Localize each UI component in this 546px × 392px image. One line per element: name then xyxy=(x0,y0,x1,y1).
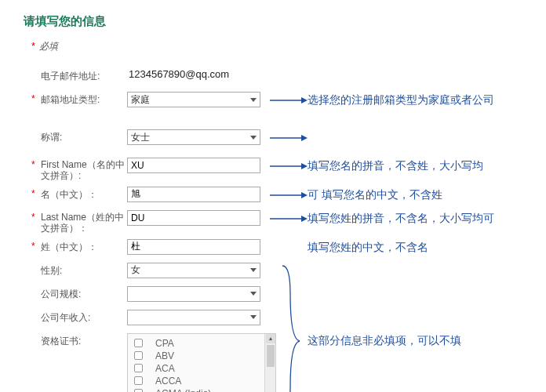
svg-marker-3 xyxy=(301,135,308,141)
row-email: 电子邮件地址: 1234567890@qq.com xyxy=(31,68,522,87)
select-salutation-value: 女士 xyxy=(131,131,150,144)
row-email-type: * 邮箱地址类型: 家庭 选择您的注册邮箱类型为家庭或者公司 xyxy=(31,92,522,125)
cert-listbox[interactable]: CPAABVACAACCAACMA (India)CACAE ▴ ▾ xyxy=(127,333,276,392)
arrow-annotation-icon xyxy=(268,187,308,201)
required-legend-row: * 必填 xyxy=(31,40,522,59)
required-legend-text: 必填 xyxy=(39,40,58,53)
annotation-last-name-pinyin: 填写您姓的拼音，不含名，大小写均可 xyxy=(308,210,522,227)
label-gender: 性别: xyxy=(41,264,127,278)
email-value: 1234567890@qq.com xyxy=(127,68,229,80)
annotation-first-name-pinyin: 填写您名的拼音，不含姓，大小写均 xyxy=(308,158,522,174)
star-icon: * xyxy=(31,188,41,199)
cert-option[interactable]: ABV xyxy=(134,350,261,362)
select-gender[interactable]: 女 xyxy=(127,263,260,278)
select-email-type-value: 家庭 xyxy=(131,93,150,107)
row-first-name-pinyin: * First Name（名的中文拼音）: 填写您名的拼音，不含姓，大小写均 xyxy=(31,158,522,182)
arrow-annotation-icon xyxy=(268,210,308,224)
select-salutation[interactable]: 女士 xyxy=(127,129,260,145)
curly-brace-icon xyxy=(276,263,308,392)
scroll-thumb[interactable] xyxy=(267,345,275,367)
label-company-income: 公司年收入: xyxy=(41,311,127,325)
arrow-annotation-icon xyxy=(268,92,308,106)
row-last-name-cn: * 姓（中文）： 填写您姓的中文，不含名 xyxy=(31,239,522,258)
input-first-name-cn[interactable] xyxy=(127,187,260,202)
cert-option[interactable]: CPA xyxy=(134,337,261,350)
label-first-name-pinyin: First Name（名的中文拼音）: xyxy=(41,159,127,182)
label-last-name-cn: 姓（中文）： xyxy=(41,241,127,254)
row-gender: 性别: 女 xyxy=(31,263,276,281)
cert-option[interactable]: ACA xyxy=(134,362,261,375)
checkbox-icon[interactable] xyxy=(134,389,143,392)
row-salutation: 称谓: 女士 xyxy=(31,129,522,153)
checkbox-icon[interactable] xyxy=(134,351,143,360)
svg-marker-5 xyxy=(301,163,308,169)
page-title: 请填写您的信息 xyxy=(24,14,522,29)
cert-option-label: ACA xyxy=(155,363,175,374)
label-salutation: 称谓: xyxy=(41,131,127,144)
select-company-size[interactable] xyxy=(127,286,260,302)
input-last-name-cn[interactable] xyxy=(127,239,260,255)
svg-marker-9 xyxy=(301,216,308,222)
annotation-email-type: 选择您的注册邮箱类型为家庭或者公司 xyxy=(308,92,522,108)
checkbox-icon[interactable] xyxy=(134,339,143,347)
annotation-optional: 这部分信息非必填项，可以不填 xyxy=(308,332,461,349)
vertical-scrollbar[interactable]: ▴ ▾ xyxy=(264,334,275,392)
chevron-down-icon xyxy=(250,98,257,102)
star-icon: * xyxy=(31,159,41,170)
input-first-name-pinyin[interactable] xyxy=(127,158,260,173)
row-last-name-pinyin: * Last Name（姓的中文拼音）： 填写您姓的拼音，不含名，大小写均可 xyxy=(31,210,522,234)
chevron-down-icon xyxy=(250,292,257,296)
form-area: * 必填 电子邮件地址: 1234567890@qq.com * 邮箱地址类型:… xyxy=(24,40,522,392)
label-email-type: 邮箱地址类型: xyxy=(41,93,127,107)
cert-option-label: CPA xyxy=(155,338,174,349)
cert-option[interactable]: ACCA xyxy=(134,375,261,387)
scroll-up-icon[interactable]: ▴ xyxy=(266,334,275,343)
arrow-annotation-icon xyxy=(268,129,308,143)
star-icon: * xyxy=(31,212,41,223)
cert-option-label: ACMA (India) xyxy=(155,388,211,392)
cert-option-label: ACCA xyxy=(155,376,181,387)
arrow-annotation-icon xyxy=(268,158,308,172)
row-first-name-cn: * 名（中文）： 可 填写您名的中文，不含姓 xyxy=(31,187,522,205)
annotation-last-name-cn: 填写您姓的中文，不含名 xyxy=(308,239,522,256)
cert-option-label: ABV xyxy=(155,350,174,361)
select-email-type[interactable]: 家庭 xyxy=(127,92,260,107)
label-email: 电子邮件地址: xyxy=(41,70,127,83)
required-star-icon: * xyxy=(31,40,39,52)
chevron-down-icon xyxy=(250,268,257,272)
checkbox-icon[interactable] xyxy=(134,376,143,385)
cert-option[interactable]: ACMA (India) xyxy=(134,387,261,392)
star-icon: * xyxy=(31,93,41,104)
star-icon: * xyxy=(31,241,41,252)
annotation-first-name-cn: 可 填写您名的中文，不含姓 xyxy=(308,187,522,203)
svg-marker-1 xyxy=(301,97,308,103)
chevron-down-icon xyxy=(250,315,257,319)
input-last-name-pinyin[interactable] xyxy=(127,210,260,226)
select-gender-value: 女 xyxy=(131,263,140,277)
label-last-name-pinyin: Last Name（姓的中文拼音）： xyxy=(41,212,127,234)
row-certs: 资格证书: CPAABVACAACCAACMA (India)CACAE ▴ ▾ xyxy=(31,333,276,392)
label-certs: 资格证书: xyxy=(41,335,127,348)
chevron-down-icon xyxy=(250,136,257,140)
row-company-size: 公司规模: xyxy=(31,286,276,305)
checkbox-icon[interactable] xyxy=(134,364,143,372)
label-first-name-cn: 名（中文）： xyxy=(41,188,127,201)
svg-marker-7 xyxy=(301,192,308,198)
label-company-size: 公司规模: xyxy=(41,288,127,301)
row-company-income: 公司年收入: xyxy=(31,310,276,328)
select-company-income[interactable] xyxy=(127,310,260,325)
